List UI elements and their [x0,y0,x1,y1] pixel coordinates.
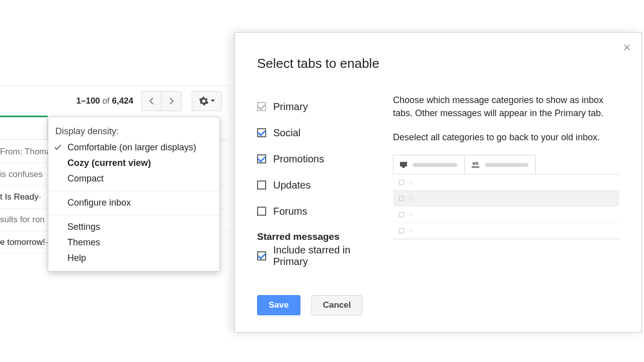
preview-rows: ☆ ☆ ☆ ☆ [393,174,619,239]
modal-title: Select tabs to enable [235,33,641,71]
cancel-button[interactable]: Cancel [311,295,363,315]
checkbox-updates[interactable] [257,180,266,190]
modal-actions: Save Cancel [257,295,362,315]
preview-tabs [393,155,619,174]
option-forums[interactable]: Forums [257,198,373,224]
checkbox-include-starred[interactable] [257,251,266,260]
option-primary[interactable]: Primary [257,94,373,120]
next-page-button[interactable] [162,91,182,111]
save-button[interactable]: Save [257,295,300,315]
svg-point-0 [472,162,475,165]
themes-item[interactable]: Themes [48,235,219,250]
chevron-right-icon [169,97,174,105]
toolbar: 1–100 of 6,424 [0,85,229,116]
menu-separator [48,191,219,191]
configure-inbox-modal: × Select tabs to enable Primary Social P… [234,32,642,333]
pager-of-label: of [103,96,110,106]
option-promotions[interactable]: Promotions [257,146,373,172]
tab-primary-indicator [0,116,48,139]
checkbox-forums[interactable] [257,207,266,216]
density-comfortable[interactable]: Comfortable (on larger displays) [48,140,219,155]
checkbox-primary [257,102,266,111]
description-column: Choose which message categories to show … [393,94,619,263]
chevron-left-icon [149,97,154,105]
caret-down-icon [211,100,215,102]
gear-icon [199,96,209,106]
modal-desc-1: Choose which message categories to show … [393,94,619,120]
density-compact[interactable]: Compact [48,171,219,187]
preview-tab-primary [393,155,464,174]
svg-point-1 [475,162,478,165]
close-button[interactable]: × [619,40,634,55]
inbox-icon [399,161,408,168]
tab-options-column: Primary Social Promotions Updates Forums… [257,94,373,263]
preview-row: ☆ [393,223,619,239]
settings-item[interactable]: Settings [48,219,219,235]
star-icon: ☆ [408,210,414,219]
modal-desc-2: Deselect all categories to go back to yo… [393,131,619,144]
checkbox-social[interactable] [257,128,266,137]
preview-row: ☆ [393,207,619,223]
people-icon [471,161,480,168]
preview-tab-social [464,155,536,174]
configure-inbox[interactable]: Configure inbox [48,195,219,211]
checkbox-promotions[interactable] [257,154,266,163]
close-icon: × [623,40,630,55]
star-icon: ☆ [408,226,414,235]
prev-page-button[interactable] [141,91,162,111]
starred-heading: Starred messages [257,231,373,242]
density-cozy[interactable]: Cozy (current view) [48,155,219,171]
star-icon: ☆ [408,194,414,203]
settings-gear-button[interactable] [192,91,222,111]
help-item[interactable]: Help [48,250,219,266]
settings-dropdown: Display density: Comfortable (on larger … [48,117,220,272]
pager-range: 1–100 [76,96,100,106]
menu-separator [48,215,219,215]
option-social[interactable]: Social [257,120,373,146]
option-include-starred[interactable]: Include starred in Primary [257,248,373,263]
preview-row: ☆ [393,174,619,191]
inbox-preview: ☆ ☆ ☆ ☆ [393,155,619,239]
pager-text: 1–100 of 6,424 [76,96,133,106]
star-icon: ☆ [408,177,414,187]
option-updates[interactable]: Updates [257,172,373,198]
preview-row: ☆ [393,191,619,207]
pager-total: 6,424 [112,96,133,106]
density-heading: Display density: [48,122,219,140]
check-icon [53,143,62,152]
